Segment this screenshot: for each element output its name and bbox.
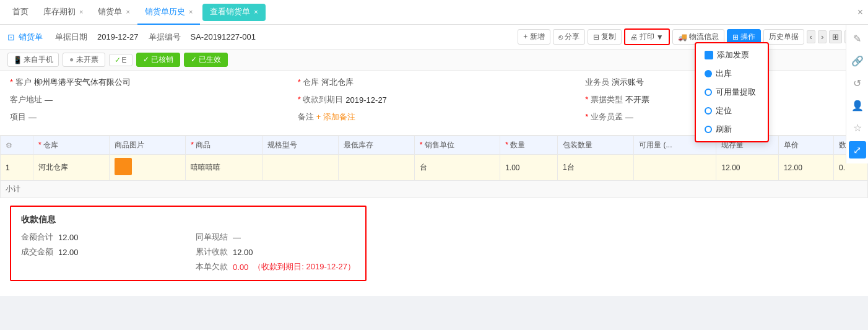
cell-spec [262,155,338,181]
sidebar-edit-icon[interactable]: ✎ [849,30,866,47]
product-table-wrap: ⚙ 仓库 商品图片 商品 规格型号 最低库存 销售单位 数量 包装数量 可用量 … [0,135,868,198]
available-qty-icon [705,89,712,96]
current-arrears-value: 0.00 [233,263,248,272]
not-open-ticket-button[interactable]: ● 未开票 [63,53,105,67]
truck-icon: 🚚 [678,33,687,41]
total-amount-value: 12.00 [58,233,79,242]
summary-col-right: 同单现结 — 累计收款 12.00 本单欠款 0.00 （收款到期日: 2019… [196,232,355,272]
col-warehouse: 仓库 [33,136,110,155]
col-quantity: 数量 [500,136,558,155]
outbound-icon [705,70,712,77]
dropdown-add-invoice[interactable]: 添加发票 [696,46,768,64]
dropdown-outbound[interactable]: 出库 [696,64,768,83]
ticket-type-value: 不开票 [625,94,649,105]
col-spec: 规格型号 [262,136,338,155]
cell-quantity: 1.00 [500,155,558,181]
tab-home[interactable]: 首页 [5,0,36,25]
voided-button[interactable]: ✓ 已核销 [136,53,180,67]
sidebar-refresh-icon[interactable]: ↺ [849,74,866,92]
cell-unit: 台 [414,155,500,181]
locate-label: 定位 [716,105,732,116]
right-sidebar: ✎ 🔗 ↺ 👤 ☆ ⤢ [846,25,868,163]
tab-sales-history-close[interactable]: × [189,8,193,15]
same-order-row: 同单现结 — [196,232,355,243]
sidebar-expand-icon[interactable]: ⤢ [849,141,866,158]
print-button[interactable]: 🖨 打印 ▼ [624,28,670,45]
current-arrears-row: 本单欠款 0.00 （收款到期日: 2019-12-27） [196,261,355,272]
tab-sales-order[interactable]: 销货单 × [90,0,137,25]
transaction-amount-value: 12.00 [58,248,79,257]
warehouse-value: 河北仓库 [321,77,354,88]
sidebar-user-icon[interactable]: 👤 [849,97,866,114]
tab-inventory-init[interactable]: 库存期初 × [36,0,90,25]
subtotal-row: 小计 [1,181,868,198]
col-unit: 销售单位 [414,136,500,155]
settings-gear-icon[interactable]: ⚙ [6,141,12,150]
confirm-button[interactable]: ✓ E [109,54,132,66]
cumulative-collection-label: 累计收款 [196,246,228,258]
dropdown-refresh[interactable]: 刷新 [696,120,768,139]
locate-icon [705,107,712,115]
cell-product: 嘻嘻嘻嘻 [186,155,262,181]
dropdown-available-qty[interactable]: 可用量提取 [696,83,768,102]
summary-grid: 金额合计 12.00 成交金额 12.00 同单现结 — [21,232,355,272]
total-amount-row: 金额合计 12.00 [21,232,181,243]
note-field: 备注 添加备注 [298,111,571,123]
salesperson-value: — [625,113,633,122]
staff-value: 演示账号 [612,77,644,88]
add-note-button[interactable]: 添加备注 [316,111,355,123]
operation-dropdown: 添加发票 出库 可用量提取 定位 刷新 [695,42,769,142]
col-settings[interactable]: ⚙ [1,136,33,155]
address-label: 客户地址 [10,94,42,105]
sidebar-link-icon[interactable]: 🔗 [849,52,866,69]
effective-button[interactable]: ✓ 已生效 [184,53,228,67]
cell-warehouse: 河北仓库 [33,155,110,181]
grid-icon: ⊞ [732,33,739,41]
outbound-label: 出库 [716,68,732,79]
grid-view-button[interactable]: ⊞ [829,30,842,43]
prev-button[interactable]: ‹ [807,30,815,43]
table-row: 1 河北仓库 嘻嘻嘻嘻 台 1.00 1台 12 [1,155,868,181]
add-invoice-label: 添加发票 [717,50,749,61]
share-icon: ⎋ [558,33,563,41]
dropdown-locate[interactable]: 定位 [696,102,768,120]
due-date-label: 收款到期日 [298,94,344,105]
tab-view-sales[interactable]: 查看销货单 × [202,4,265,21]
doc-icon: ⊡ [7,32,15,42]
total-amount-label: 金额合计 [21,232,53,243]
date-value: 2019-12-27 [97,32,139,41]
project-label: 项目 [10,111,26,123]
cell-row-num: 1 [1,155,33,181]
date-label: 单据日期 [55,32,87,43]
copy-button[interactable]: ⊟ 复制 [588,29,622,45]
number-value: SA-20191227-001 [191,32,256,41]
product-image [115,158,132,175]
cell-unit-price: 12.00 [778,155,833,181]
address-value: — [45,95,53,105]
new-button[interactable]: + 新增 [518,29,550,45]
project-field: 项目 — [10,111,283,123]
print-dropdown-arrow[interactable]: ▼ [656,33,664,41]
warehouse-field: 仓库 河北仓库 [298,77,571,88]
tab-sales-order-close[interactable]: × [126,8,129,15]
same-order-label: 同单现结 [196,232,228,243]
sidebar-star-icon[interactable]: ☆ [849,119,866,136]
due-date-field: 收款到期日 2019-12-27 [298,94,571,105]
history-button[interactable]: 历史单据 [763,29,804,45]
customer-field: 客户 柳州粤港平安气体有限公司 [10,77,283,88]
number-label: 单据编号 [149,32,181,43]
window-close-button[interactable]: × [857,7,863,18]
from-phone-button[interactable]: 📱 来自手机 [7,53,59,67]
tab-bar: 首页 库存期初 × 销货单 × 销货单历史 × 查看销货单 × × [0,0,868,25]
transaction-amount-label: 成交金额 [21,246,53,258]
tab-view-sales-close[interactable]: × [254,8,258,15]
tab-inventory-init-close[interactable]: × [79,8,83,15]
project-value: — [28,113,37,122]
tab-sales-history[interactable]: 销货单历史 × [137,0,200,25]
cell-min-stock [338,155,414,181]
cumulative-collection-row: 累计收款 12.00 [196,246,355,258]
doc-meta: 单据日期 2019-12-27 单据编号 SA-20191227-001 [55,32,256,43]
share-button[interactable]: ⎋ 分享 [553,29,585,45]
next-button[interactable]: › [818,30,827,43]
salesperson-label: 业务员孟 [585,111,623,123]
